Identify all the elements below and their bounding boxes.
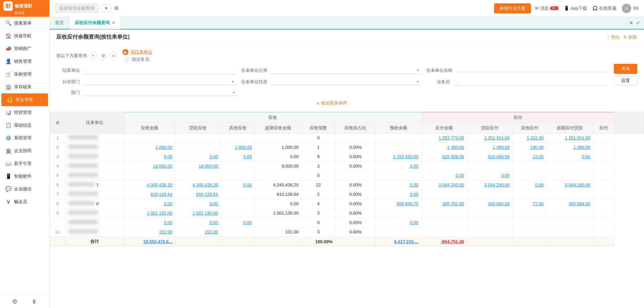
table-cell[interactable]: 0.00: [221, 180, 255, 190]
salesperson-input[interactable]: ···: [452, 78, 607, 86]
table-cell[interactable]: 0.00: [175, 218, 221, 227]
company-name-cell[interactable]: [65, 162, 124, 171]
table-cell[interactable]: 0.00: [175, 199, 221, 209]
dept-input[interactable]: ▼: [83, 89, 238, 96]
company-name-cell[interactable]: 7: [65, 180, 124, 190]
table-cell[interactable]: 18,000.00: [124, 162, 175, 171]
sidebar-smart-hw[interactable]: 📱 智能硬件: [0, 170, 49, 183]
scheme-settings-btn[interactable]: ⚙: [100, 52, 107, 59]
company-name-cell[interactable]: [65, 209, 124, 218]
laiwang-name-input[interactable]: [455, 69, 607, 72]
sidebar-guide[interactable]: 📖 新手引导: [0, 157, 49, 170]
table-cell[interactable]: 13.00: [513, 152, 546, 162]
company-name-cell[interactable]: [65, 190, 124, 199]
footer-ar-prepay[interactable]: 6,417,215....: [376, 237, 421, 247]
breadcrumb-dropdown[interactable]: ▼: [101, 5, 111, 12]
table-cell[interactable]: 0.00: [124, 152, 175, 162]
collapse-sidebar-icon[interactable]: ⏸: [31, 298, 37, 305]
sidebar-finance[interactable]: 💰 资金管理: [1, 93, 48, 106]
settings-btn[interactable]: 设置: [614, 76, 637, 85]
company-name-cell[interactable]: [65, 171, 124, 180]
table-cell[interactable]: 4,345,436.20: [175, 180, 221, 190]
table-cell[interactable]: 0.00: [376, 162, 421, 171]
sidebar-quick-nav[interactable]: 🏠 快捷导航: [0, 30, 49, 42]
table-cell[interactable]: 2,153,333.00: [376, 152, 421, 162]
scheme-active-option[interactable]: ▶ 按往来单位: [122, 49, 152, 55]
table-cell[interactable]: 0.00: [513, 180, 546, 190]
jiesuan-input[interactable]: ···: [83, 67, 237, 75]
app-download-btn[interactable]: 📱 App下载: [564, 5, 587, 11]
table-cell[interactable]: 810,126.64: [175, 190, 221, 199]
table-cell[interactable]: 77.00: [513, 199, 546, 209]
sidebar-purchase[interactable]: 🛒 采购管理: [0, 68, 49, 81]
topbar-settings-btn[interactable]: ⚙: [114, 5, 119, 11]
sidebar-sales[interactable]: 👤 销售管理: [0, 55, 49, 68]
sidebar-search-menu[interactable]: 🔍 搜索菜单: [0, 17, 49, 30]
table-cell[interactable]: 0.00: [467, 171, 513, 180]
table-cell[interactable]: 1,222.00: [513, 133, 546, 143]
company-name-cell[interactable]: P: [65, 199, 124, 209]
table-cell[interactable]: 0.00: [221, 218, 255, 227]
table-cell[interactable]: 345,684.00: [467, 199, 513, 209]
company-name-cell[interactable]: [65, 218, 124, 227]
online-service-btn[interactable]: 🎧 在线客服: [592, 5, 616, 11]
table-cell[interactable]: 0.00: [546, 152, 593, 162]
table-cell[interactable]: 1,001,135.00: [124, 209, 175, 218]
table-cell[interactable]: 152.00: [124, 227, 175, 237]
company-name-cell[interactable]: [65, 152, 124, 162]
sidebar-basic-info[interactable]: 📋 基础信息: [0, 119, 49, 132]
table-cell[interactable]: 345,761.00: [421, 199, 467, 209]
sidebar-operation[interactable]: 📊 经营管理: [0, 106, 49, 119]
laiwang-nature-input[interactable]: ▼: [270, 79, 422, 85]
collapse-search-btn[interactable]: ∧ 收起更多条件: [56, 99, 607, 107]
query-btn[interactable]: 查询: [614, 64, 637, 74]
sidebar-marketing[interactable]: 📣 营销推广: [0, 42, 49, 55]
table-cell[interactable]: 1,251,551.00: [546, 133, 593, 143]
maximize-window-icon[interactable]: ⤢: [636, 20, 640, 26]
table-cell[interactable]: 0.00: [376, 180, 421, 190]
table-cell[interactable]: 18,000.00: [175, 162, 221, 171]
refresh-btn[interactable]: ↻ 刷新: [624, 34, 637, 40]
table-cell[interactable]: 152.00: [175, 227, 221, 237]
message-btn[interactable]: ✉ 消息 99+: [535, 5, 558, 11]
footer-ar-amount[interactable]: 19,553,472,6...: [124, 237, 175, 247]
sidebar-member[interactable]: V 畅会员: [0, 195, 49, 208]
scheme-option[interactable]: ○ 按业务员: [122, 56, 152, 62]
sidebar-corp-collab[interactable]: 🏛️ 企业协同: [0, 144, 49, 157]
export-btn[interactable]: ↑ 导出: [607, 34, 620, 40]
trial-btn[interactable]: 体验行业方案: [494, 3, 531, 13]
laiwang-category-input[interactable]: ▼: [270, 67, 422, 74]
table-cell[interactable]: 1,000.00: [124, 143, 175, 152]
table-cell[interactable]: 3,044,240.00: [467, 180, 513, 190]
tab-home[interactable]: 首页: [50, 16, 69, 29]
footer-ap-amount[interactable]: -654,751.40: [421, 237, 467, 247]
table-cell[interactable]: 1,390.00: [467, 143, 513, 152]
table-cell[interactable]: 1,390.00: [546, 143, 593, 152]
table-cell[interactable]: 915,495.56: [467, 152, 513, 162]
settings-bottom-icon[interactable]: ⚙: [12, 298, 17, 305]
fenguan-input[interactable]: ▼: [83, 79, 237, 85]
sidebar-corp-wechat[interactable]: 💬 企业微信: [0, 183, 49, 195]
table-cell[interactable]: 0.00: [175, 152, 221, 162]
add-scheme-btn[interactable]: +: [90, 52, 97, 59]
table-cell[interactable]: 3,044,240.00: [546, 180, 593, 190]
table-cell[interactable]: 1,490.00: [421, 143, 467, 152]
table-cell[interactable]: 655,636.75: [376, 199, 421, 209]
table-cell[interactable]: 0.00: [124, 199, 175, 209]
table-cell[interactable]: 810,126.64: [124, 190, 175, 199]
tab-close-icon[interactable]: ✕: [112, 20, 115, 25]
table-cell[interactable]: 0.00: [221, 152, 255, 162]
table-cell[interactable]: 1,251,551.00: [467, 133, 513, 143]
user-avatar-area[interactable]: R Rit: [622, 4, 639, 13]
sidebar-system[interactable]: ⚙️ 系统管理: [0, 132, 49, 144]
table-cell[interactable]: 1,000.00: [221, 143, 255, 152]
table-cell[interactable]: 915,508.56: [421, 152, 467, 162]
table-cell[interactable]: 3,044,240.00: [421, 180, 467, 190]
table-cell[interactable]: 345,684.00: [546, 199, 593, 209]
table-cell[interactable]: 4,345,436.20: [124, 180, 175, 190]
company-name-cell[interactable]: [65, 133, 124, 143]
table-cell[interactable]: 0.00: [421, 171, 467, 180]
company-name-cell[interactable]: [65, 227, 124, 237]
table-cell[interactable]: 100.00: [513, 143, 546, 152]
th-settings[interactable]: ⚙: [50, 112, 65, 133]
